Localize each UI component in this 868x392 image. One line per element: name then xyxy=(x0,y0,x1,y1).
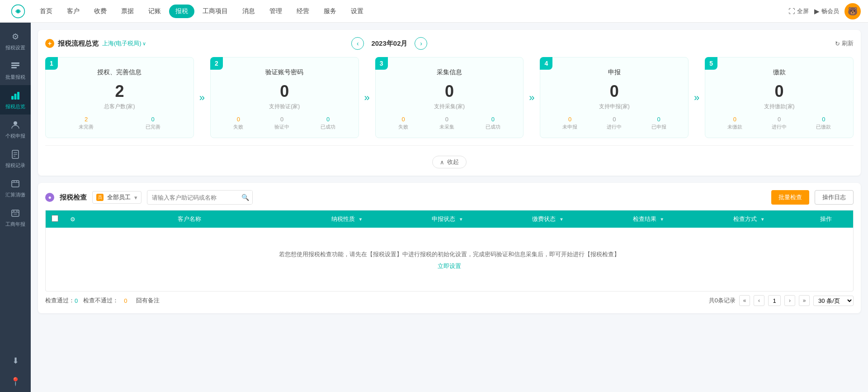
filter-icon-3[interactable]: ▼ xyxy=(559,217,564,222)
step-stat-label-2-0: 失败 xyxy=(233,124,243,130)
step-title-1: 授权、完善信息 xyxy=(53,68,186,76)
top-right-actions: ⛶ 全屏 ▶ 畅会员 🐻 xyxy=(788,3,861,19)
collapse-button[interactable]: ∧ 收起 xyxy=(432,156,467,168)
sidebar-item-tax-settings[interactable]: ⚙ 报税设置 xyxy=(0,26,31,56)
step-stat-val-5-2[interactable]: 0 xyxy=(822,116,825,123)
pass-count[interactable]: 0 xyxy=(75,297,78,304)
col-client-name: 客户名称 xyxy=(82,210,297,228)
first-page-button[interactable]: « xyxy=(739,295,750,306)
operation-log-button[interactable]: 操作日志 xyxy=(815,190,854,205)
step-stat-val-5-0[interactable]: 0 xyxy=(733,116,736,123)
nav-business[interactable]: 工商项目 xyxy=(196,5,234,18)
filter-icon-1[interactable]: ▼ xyxy=(358,217,363,222)
svg-rect-7 xyxy=(17,92,19,100)
step-stat-2-2: 0 已成功 xyxy=(321,116,335,130)
step-stat-5-1: 0 进行中 xyxy=(772,116,787,130)
step-stat-val-2-2[interactable]: 0 xyxy=(326,116,330,123)
filter-icon-2[interactable]: ▼ xyxy=(459,217,463,222)
filter-icon-5[interactable]: ▼ xyxy=(760,217,765,222)
step-stat-1-0: 2 未完善 xyxy=(79,116,94,130)
per-page-select[interactable]: 30 条/页 50 条/页 100 条/页 xyxy=(813,296,854,306)
select-all-checkbox[interactable] xyxy=(52,215,58,222)
filter-icon-4[interactable]: ▼ xyxy=(660,217,664,222)
overview-section: + 报税流程总览 上海(电子税局) ‹ 2023年02月 › ↻ 刷新 1 xyxy=(38,30,861,176)
svg-rect-5 xyxy=(11,96,14,100)
sidebar-item-individual-tax[interactable]: 个税申报 xyxy=(0,115,31,144)
sidebar: ⚙ 报税设置 批量报税 报税总览 xyxy=(0,23,31,392)
step-stat-3-1: 0 未采集 xyxy=(439,116,454,130)
step-stats-5: 0 未缴款 0 进行中 0 已缴款 xyxy=(712,116,846,130)
svg-rect-13 xyxy=(12,181,19,187)
main-content: + 报税流程总览 上海(电子税局) ‹ 2023年02月 › ↻ 刷新 1 xyxy=(31,23,868,392)
sidebar-item-batch-tax[interactable]: 批量报税 xyxy=(0,56,31,85)
current-month: 2023年02月 xyxy=(371,39,407,48)
nav-tax[interactable]: 报税 xyxy=(169,5,194,18)
search-button[interactable]: 🔍 xyxy=(238,191,252,204)
step-stat-val-3-1: 0 xyxy=(445,116,448,123)
step-stat-val-3-2[interactable]: 0 xyxy=(491,116,495,123)
step-stat-val-4-0[interactable]: 0 xyxy=(568,116,571,123)
prev-page-button[interactable]: ‹ xyxy=(754,295,764,306)
step-stat-label-5-0: 未缴款 xyxy=(727,124,742,130)
last-page-button[interactable]: » xyxy=(799,295,810,306)
nav-service[interactable]: 服务 xyxy=(317,5,343,18)
user-avatar[interactable]: 🐻 xyxy=(844,3,861,19)
pass-label: 检查通过： xyxy=(45,296,75,305)
sidebar-item-tax-record[interactable]: 报税记录 xyxy=(0,144,31,173)
next-month-button[interactable]: › xyxy=(415,37,427,50)
col-tax-type: 纳税性质 ▼ xyxy=(297,210,397,228)
nav-bookkeeping[interactable]: 记账 xyxy=(142,5,167,18)
refresh-button[interactable]: ↻ 刷新 xyxy=(835,39,854,48)
step-stats-1: 2 未完善 0 已完善 xyxy=(53,116,186,130)
nav-management[interactable]: 管理 xyxy=(263,5,288,18)
staff-selector[interactable]: 员 全部员工 ▾ xyxy=(92,191,142,204)
sidebar-item-settlement[interactable]: 汇算清缴 xyxy=(0,173,31,203)
prev-month-button[interactable]: ‹ xyxy=(351,37,364,50)
month-navigator: ‹ 2023年02月 › xyxy=(351,37,427,50)
nav-operation[interactable]: 经营 xyxy=(290,5,316,18)
next-page-button[interactable]: › xyxy=(784,295,795,306)
col-gear[interactable]: ⚙ xyxy=(64,210,82,228)
flow-step-2: 2 验证账号密码 0 支持验证(家) 0 失败 0 验证中 xyxy=(210,57,359,138)
fullscreen-icon: ⛶ xyxy=(788,7,795,15)
step-stat-val-1-0[interactable]: 2 xyxy=(85,116,88,123)
setup-link[interactable]: 立即设置 xyxy=(60,262,839,270)
step-stat-val-4-2[interactable]: 0 xyxy=(657,116,660,123)
flow-step-4: 4 申报 0 支持申报(家) 0 未申报 0 进行中 xyxy=(540,57,689,138)
flow-steps-wrapper: 1 授权、完善信息 2 总客户数(家) 2 未完善 0 已完善 xyxy=(45,57,854,138)
fail-count[interactable]: 0 xyxy=(124,297,127,304)
overview-title: 报税流程总览 xyxy=(58,39,99,48)
batch-tax-icon xyxy=(9,60,21,72)
step-stat-label-1-0: 未完善 xyxy=(79,124,94,130)
svg-rect-6 xyxy=(14,94,17,100)
sidebar-item-annual-report[interactable]: 工商年报 xyxy=(0,203,31,232)
collapse-area: ∧ 收起 xyxy=(45,145,854,168)
sidebar-item-overview[interactable]: 报税总览 xyxy=(0,85,31,115)
batch-check-button[interactable]: 批量检查 xyxy=(771,190,809,205)
nav-settings[interactable]: 设置 xyxy=(344,5,370,18)
location-selector[interactable]: 上海(电子税局) xyxy=(102,39,146,48)
arrow-1: » xyxy=(194,92,210,104)
search-input[interactable] xyxy=(147,192,238,203)
svg-point-1 xyxy=(17,10,19,12)
vip-button[interactable]: ▶ 畅会员 xyxy=(814,7,839,15)
nav-fee[interactable]: 收费 xyxy=(88,5,113,18)
nav-message[interactable]: 消息 xyxy=(236,5,261,18)
step-stat-label-1-1: 已完善 xyxy=(146,124,160,130)
step-stat-val-3-0[interactable]: 0 xyxy=(401,116,405,123)
sidebar-location[interactable]: 📍 xyxy=(0,371,31,392)
dropdown-arrow-icon: ▾ xyxy=(134,194,137,201)
step-stat-val-2-0[interactable]: 0 xyxy=(237,116,240,123)
nav-client[interactable]: 客户 xyxy=(61,5,86,18)
step-sublabel-2: 支持验证(家) xyxy=(218,103,351,110)
sidebar-download[interactable]: ⬇ xyxy=(0,350,31,371)
fullscreen-button[interactable]: ⛶ 全屏 xyxy=(788,7,809,15)
page-input[interactable] xyxy=(768,295,781,306)
step-sublabel-3: 支持采集(家) xyxy=(383,103,516,110)
nav-home[interactable]: 首页 xyxy=(33,5,59,18)
step-stat-val-1-1[interactable]: 0 xyxy=(151,116,154,123)
nav-invoice[interactable]: 票据 xyxy=(115,5,140,18)
arrow-3: » xyxy=(524,92,540,104)
step-sublabel-5: 支持缴款(家) xyxy=(712,103,846,110)
note-label: 囧有备注 xyxy=(136,296,160,305)
